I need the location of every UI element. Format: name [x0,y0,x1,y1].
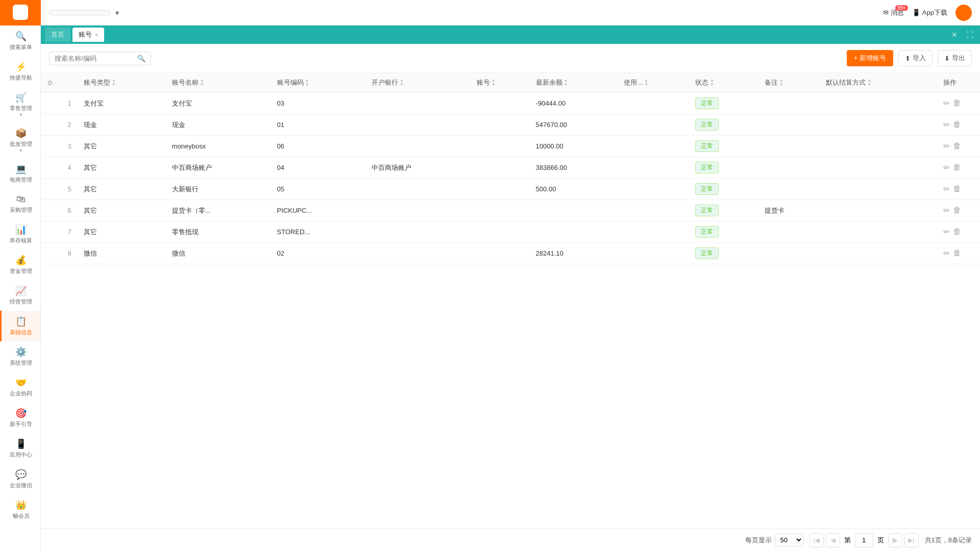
edit-icon[interactable]: ✏ [943,120,950,130]
row-num: 7 [59,221,80,243]
row-code: 04 [273,157,368,179]
sidebar-item-企业协同[interactable]: 🤝企业协同 [0,372,40,403]
row-balance [532,200,620,221]
message-badge: 99+ [895,5,908,11]
delete-icon[interactable]: 🗑 [953,120,961,130]
row-note [761,136,822,157]
accounts-table: ⚙ 账号类型 ▲▼ 账号名称 ▲▼ [41,73,980,264]
table-row: 6 其它 提货卡（零... PICKUPC... 正常 提货卡 ✏ 🗑 [41,200,980,221]
import-button[interactable]: ⬆ 导入 [898,50,933,66]
sidebar-item-系统管理[interactable]: ⚙️系统管理 [0,341,40,372]
page-first-button[interactable]: |◀ [810,533,824,547]
row-bank [368,200,473,221]
sidebar-item-企业微信[interactable]: 💬企业微信 [0,464,40,494]
page-next-button[interactable]: ▶ [888,533,902,547]
th-settlement[interactable]: 默认结算方式 ▲▼ [822,73,939,93]
page-total: 共1页，8条记录 [925,536,972,545]
page-prev-button[interactable]: ◀ [826,533,840,547]
add-account-button[interactable]: + 新增账号 [847,50,893,66]
page-last-button[interactable]: ▶| [904,533,919,547]
sidebar-item-新手引导[interactable]: 🎯新手引导 [0,403,40,433]
search-wrap[interactable]: 🔍 [49,52,151,65]
row-setting [41,114,59,136]
th-note[interactable]: 备注 ▲▼ [761,73,822,93]
row-name: 微信 [168,243,273,264]
th-name[interactable]: 账号名称 ▲▼ [168,73,273,93]
sidebar-icon: 🔍 [15,31,27,42]
dropdown-chevron-icon[interactable]: ▾ [115,9,119,17]
export-label: 导出 [952,54,965,63]
page-input[interactable] [855,533,873,547]
sidebar-item-应用中心[interactable]: 📱应用中心 [0,433,40,464]
export-button[interactable]: ⬇ 导出 [938,50,972,66]
sidebar-item-基础信息[interactable]: 📋基础信息 [0,311,40,341]
sidebar-label: 批发管理 [10,140,32,148]
row-num: 2 [59,114,80,136]
sidebar-item-畅会员[interactable]: 👑畅会员 [0,494,40,525]
sidebar-item-零售管理[interactable]: 🛒零售管理▼ [0,87,40,122]
row-status: 正常 [691,200,761,221]
edit-icon[interactable]: ✏ [943,248,950,258]
edit-icon[interactable]: ✏ [943,98,950,108]
edit-icon[interactable]: ✏ [943,163,950,172]
row-setting [41,243,59,264]
sidebar-item-库存核算[interactable]: 📊库存核算 [0,219,40,249]
sidebar-item-资金管理[interactable]: 💰资金管理 [0,249,40,280]
row-bank: 中百商场账户 [368,157,473,179]
edit-icon[interactable]: ✏ [943,206,950,215]
delete-icon[interactable]: 🗑 [953,184,961,194]
delete-icon[interactable]: 🗑 [953,141,961,151]
page-size-select[interactable]: 50 100 [775,534,803,546]
tab-close-icon[interactable]: × [95,32,98,38]
sidebar-icon: 📈 [15,285,27,296]
edit-icon[interactable]: ✏ [943,141,950,151]
delete-icon[interactable]: 🗑 [953,206,961,215]
row-bank [368,243,473,264]
edit-icon[interactable]: ✏ [943,227,950,237]
th-balance[interactable]: 最新余额 ▲▼ [532,73,620,93]
app-download-button[interactable]: 📱 App下载 [912,8,947,17]
table-row: 4 其它 中百商场账户 04 中百商场账户 383866.00 正常 ✏ 🗑 [41,157,980,179]
sidebar-item-搜索菜单[interactable]: 🔍搜索菜单 [0,26,40,56]
th-type[interactable]: 账号类型 ▲▼ [80,73,168,93]
sidebar-item-电商管理[interactable]: 💻电商管理 [0,158,40,189]
sidebar-item-批发管理[interactable]: 📦批发管理▼ [0,122,40,158]
tab-home[interactable]: 首页 [45,28,70,42]
tab-action-close[interactable]: ✕ [948,29,961,41]
message-button[interactable]: ✉ 消息 99+ [883,8,904,17]
row-status: 正常 [691,136,761,157]
setting-icon[interactable]: ⚙ [47,79,53,87]
delete-icon[interactable]: 🗑 [953,163,961,172]
th-usage[interactable]: 使用... ▲▼ [620,73,691,93]
user-avatar[interactable] [955,5,972,21]
header-right: ✉ 消息 99+ 📱 App下载 [883,5,972,21]
row-bank [368,93,473,114]
status-badge: 正常 [695,162,719,173]
header-left: ▾ [49,9,119,17]
delete-icon[interactable]: 🗑 [953,98,961,108]
row-status: 正常 [691,93,761,114]
row-settlement [822,243,939,264]
sidebar-label: 经营管理 [10,298,32,306]
th-account[interactable]: 账号 ▲▼ [473,73,532,93]
th-status[interactable]: 状态 ▲▼ [691,73,761,93]
sidebar-item-快捷导航[interactable]: ⚡快捷导航 [0,56,40,87]
row-account [473,221,532,243]
row-status: 正常 [691,243,761,264]
search-input[interactable] [55,55,134,62]
th-code[interactable]: 账号编码 ▲▼ [273,73,368,93]
th-bank[interactable]: 开户银行 ▲▼ [368,73,473,93]
th-setting: ⚙ [41,73,59,93]
sidebar-item-采购管理[interactable]: 🛍采购管理 [0,189,40,219]
delete-icon[interactable]: 🗑 [953,227,961,237]
sidebar-item-经营管理[interactable]: 📈经营管理 [0,280,40,311]
row-action: ✏ 🗑 [939,243,980,264]
edit-icon[interactable]: ✏ [943,184,950,194]
table-row: 5 其它 大新银行 05 500.00 正常 ✏ 🗑 [41,179,980,200]
row-account [473,200,532,221]
tab-action-expand[interactable]: ⛶ [964,29,976,41]
row-code: 06 [273,136,368,157]
delete-icon[interactable]: 🗑 [953,248,961,258]
tab-account[interactable]: 账号 × [72,28,104,42]
row-usage [620,136,691,157]
